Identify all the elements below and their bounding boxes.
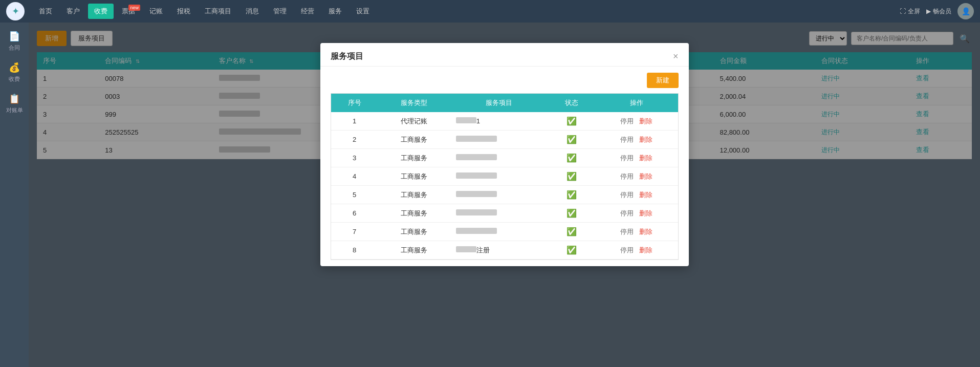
nav-item-管理[interactable]: 管理	[267, 4, 293, 19]
delete-button[interactable]: 删除	[639, 154, 652, 162]
modal-cell-status: ✅	[548, 241, 595, 260]
stop-button[interactable]: 停用	[620, 209, 634, 217]
nav-item-票据[interactable]: 票据new	[116, 4, 141, 19]
modal-cell-type: 工商服务	[378, 204, 450, 223]
status-check-icon: ✅	[567, 117, 577, 125]
modal-cell-seq: 4	[331, 167, 378, 186]
modal-cell-item: 注册	[450, 241, 548, 260]
sidebar-icon: 📋	[9, 93, 20, 104]
status-check-icon: ✅	[567, 227, 577, 236]
modal-cell-seq: 5	[331, 186, 378, 204]
modal-cell-status: ✅	[548, 204, 595, 223]
modal-table-body: 1 代理记账 1 ✅ 停用 删除 2 工商服务 ✅ 停用 删除 3 工商服务 ✅…	[331, 112, 678, 260]
nav-item-收费[interactable]: 收费	[88, 4, 114, 19]
modal-cell-type: 工商服务	[378, 223, 450, 241]
top-navigation: ✦ 首页客户收费票据new记账报税工商项目消息管理经营服务设置 ⛶ 全屏 ▶ 畅…	[0, 0, 980, 23]
stop-button[interactable]: 停用	[620, 246, 634, 254]
fullscreen-button[interactable]: ⛶ 全屏	[900, 7, 920, 16]
sidebar-item-收费[interactable]: 💰收费	[2, 58, 27, 87]
modal-table-row: 2 工商服务 ✅ 停用 删除	[331, 131, 678, 149]
vip-button[interactable]: ▶ 畅会员	[926, 7, 951, 16]
modal-col-status: 状态	[548, 94, 595, 112]
modal-cell-type: 工商服务	[378, 149, 450, 167]
status-check-icon: ✅	[567, 190, 577, 199]
modal-service-table: 序号 服务类型 服务项目 状态 操作 1 代理记账 1 ✅ 停用	[331, 94, 678, 260]
nav-right: ⛶ 全屏 ▶ 畅会员 👤	[900, 3, 974, 19]
nav-item-客户[interactable]: 客户	[60, 4, 86, 19]
modal-cell-status: ✅	[548, 167, 595, 186]
modal-table-row: 8 工商服务 注册 ✅ 停用 删除	[331, 241, 678, 260]
modal-cell-type: 工商服务	[378, 167, 450, 186]
sidebar: 📄合同💰收费📋对账单	[0, 23, 29, 367]
delete-button[interactable]: 删除	[639, 117, 652, 125]
badge-new: new	[128, 5, 140, 11]
modal-new-button[interactable]: 新建	[647, 73, 679, 88]
modal-cell-item	[450, 131, 548, 149]
avatar[interactable]: 👤	[957, 3, 974, 19]
stop-button[interactable]: 停用	[620, 228, 634, 235]
modal-col-action: 操作	[595, 94, 678, 112]
main-layout: 📄合同💰收费📋对账单 新增 服务项目 进行中 🔍 序号 合同编码 ⇅ 客户名称 …	[0, 23, 980, 367]
modal-title: 服务项目	[331, 51, 363, 62]
modal-cell-item	[450, 167, 548, 186]
nav-item-服务[interactable]: 服务	[322, 4, 348, 19]
modal-cell-item	[450, 223, 548, 241]
modal-cell-status: ✅	[548, 131, 595, 149]
modal-cell-seq: 6	[331, 204, 378, 223]
modal-cell-action[interactable]: 停用 删除	[595, 186, 678, 204]
nav-item-报税[interactable]: 报税	[171, 4, 197, 19]
modal-col-item: 服务项目	[450, 94, 548, 112]
delete-button[interactable]: 删除	[639, 136, 652, 143]
status-check-icon: ✅	[567, 154, 577, 162]
sidebar-item-对账单[interactable]: 📋对账单	[2, 89, 27, 118]
delete-button[interactable]: 删除	[639, 191, 652, 199]
nav-item-经营[interactable]: 经营	[295, 4, 320, 19]
modal-cell-seq: 1	[331, 112, 378, 131]
modal-cell-action[interactable]: 停用 删除	[595, 112, 678, 131]
nav-item-工商项目[interactable]: 工商项目	[199, 4, 237, 19]
delete-button[interactable]: 删除	[639, 172, 652, 180]
modal-cell-action[interactable]: 停用 删除	[595, 241, 678, 260]
modal-cell-type: 代理记账	[378, 112, 450, 131]
fullscreen-icon: ⛶	[900, 8, 906, 15]
nav-item-记账[interactable]: 记账	[143, 4, 169, 19]
modal-table-row: 5 工商服务 ✅ 停用 删除	[331, 186, 678, 204]
modal-close-button[interactable]: ×	[673, 51, 679, 62]
modal-cell-type: 工商服务	[378, 241, 450, 260]
modal-cell-status: ✅	[548, 149, 595, 167]
modal-cell-item	[450, 204, 548, 223]
status-check-icon: ✅	[567, 135, 577, 144]
nav-menu: 首页客户收费票据new记账报税工商项目消息管理经营服务设置	[33, 4, 900, 19]
modal-toolbar: 新建	[331, 73, 679, 88]
status-check-icon: ✅	[567, 246, 577, 254]
modal-table-row: 4 工商服务 ✅ 停用 删除	[331, 167, 678, 186]
modal-cell-action[interactable]: 停用 删除	[595, 149, 678, 167]
sidebar-item-合同[interactable]: 📄合同	[2, 27, 27, 56]
stop-button[interactable]: 停用	[620, 117, 634, 125]
modal-table-header: 序号 服务类型 服务项目 状态 操作	[331, 94, 678, 112]
modal-cell-seq: 3	[331, 149, 378, 167]
modal-cell-action[interactable]: 停用 删除	[595, 167, 678, 186]
stop-button[interactable]: 停用	[620, 172, 634, 180]
modal-cell-action[interactable]: 停用 删除	[595, 223, 678, 241]
nav-item-设置[interactable]: 设置	[350, 4, 376, 19]
service-modal: 服务项目 × 新建 序号 服务类型 服务项目	[320, 43, 689, 266]
modal-col-type: 服务类型	[378, 94, 450, 112]
stop-button[interactable]: 停用	[620, 154, 634, 162]
modal-cell-item	[450, 149, 548, 167]
delete-button[interactable]: 删除	[639, 209, 652, 217]
stop-button[interactable]: 停用	[620, 191, 634, 199]
modal-table-wrap[interactable]: 序号 服务类型 服务项目 状态 操作 1 代理记账 1 ✅ 停用	[331, 93, 679, 260]
delete-button[interactable]: 删除	[639, 228, 652, 235]
stop-button[interactable]: 停用	[620, 136, 634, 143]
modal-cell-action[interactable]: 停用 删除	[595, 204, 678, 223]
delete-button[interactable]: 删除	[639, 246, 652, 254]
modal-table-row: 1 代理记账 1 ✅ 停用 删除	[331, 112, 678, 131]
status-check-icon: ✅	[567, 172, 577, 181]
nav-item-消息[interactable]: 消息	[239, 4, 265, 19]
app-logo: ✦	[6, 2, 25, 20]
modal-cell-item	[450, 186, 548, 204]
nav-item-首页[interactable]: 首页	[33, 4, 58, 19]
modal-cell-action[interactable]: 停用 删除	[595, 131, 678, 149]
modal-cell-type: 工商服务	[378, 131, 450, 149]
